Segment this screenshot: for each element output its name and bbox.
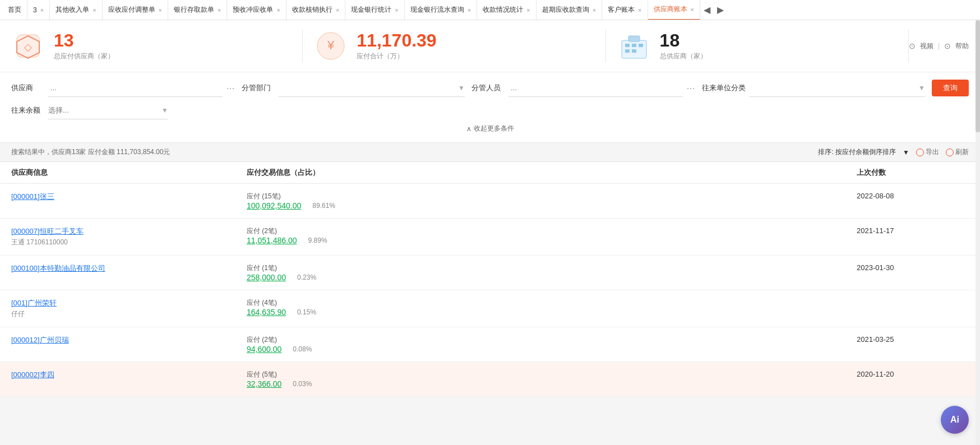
nav-tab-prepayment[interactable]: 预收冲应收单 × [227,0,286,20]
svg-rect-7 [632,44,636,47]
filter-group-dept: 分管部门 ▼ [242,79,465,97]
category-filter-input[interactable] [749,84,919,92]
table-row: [000002]李四 应付 (5笔) 32,366.00 0.03% 2020-… [0,362,980,397]
trans-row-1: 11,051,486.00 9.89% [247,236,857,245]
results-bar: 搜索结果中，供应商13家 应付金额 111,703,854.00元 排序: 按应… [0,143,980,162]
trans-label-4: 应付 (2笔) [247,335,857,345]
supplier-name-1[interactable]: [000007]恒旺二手叉车 [11,226,247,237]
balance-filter-input[interactable] [48,106,161,114]
nav-tab-cashbank-close[interactable]: × [395,7,398,13]
supplier-name-3[interactable]: [001]广州荣轩 [11,298,247,308]
trans-pct-5: 0.03% [293,380,312,388]
help-link[interactable]: 帮助 [955,41,969,51]
transaction-cell-3: 应付 (4笔) 164,635.90 0.15% [247,298,857,317]
trans-label-0: 应付 (15笔) [247,192,857,201]
svg-rect-8 [639,44,643,47]
dept-filter-dropdown[interactable]: ▼ [279,79,465,97]
trans-amount-0[interactable]: 100,092,540.00 [247,201,301,210]
sort-dropdown-arrow[interactable]: ▼ [903,149,909,156]
nav-arrow-right[interactable]: ▶ [714,4,727,15]
refresh-icon [946,149,954,156]
nav-tab-collection-close[interactable]: × [336,7,339,13]
nav-tab-customer-close[interactable]: × [638,7,641,13]
nav-tab-3-close[interactable]: × [40,7,44,13]
supplier-name-5[interactable]: [000002]李四 [11,370,247,380]
category-filter-dropdown[interactable]: ▼ [749,79,926,97]
nav-tab-overdue-label: 超期应收款查询 [542,5,589,15]
dept-filter-label: 分管部门 [242,83,275,93]
lastpay-date-0: 2022-08-08 [857,192,894,200]
supplier-name-2[interactable]: [000100]本特勤油品有限公司 [11,263,247,274]
nav-tab-collection-stat-close[interactable]: × [526,7,530,13]
nav-tab-collection-stat[interactable]: 收款情况统计 × [477,0,536,20]
nav-tab-3[interactable]: 3 × [27,0,50,20]
nav-tab-adjustment-close[interactable]: × [159,7,162,13]
lastpay-date-4: 2021-03-25 [857,335,894,344]
query-button[interactable]: 查询 [932,80,969,96]
nav-tab-3-label: 3 [33,6,37,14]
person-dots-icon[interactable]: ··· [686,82,695,94]
trans-amount-3[interactable]: 164,635.90 [247,308,286,317]
supplier-filter-input[interactable] [48,79,223,97]
nav-tab-cashbank[interactable]: 现金银行统计 × [345,0,404,20]
filter-group-balance: 往来余额 ▼ [11,101,168,119]
nav-tab-supplier-close[interactable]: × [691,6,694,13]
nav-tab-cashflow-close[interactable]: × [468,7,471,13]
trans-label-2: 应付 (1笔) [247,263,857,273]
dept-filter-input[interactable] [279,84,459,92]
export-button[interactable]: 导出 [916,147,939,157]
supplier-name-4[interactable]: [000012]广州贝瑞 [11,335,247,345]
collapse-filter-button[interactable]: ∧ 收起更多条件 [11,124,969,133]
transaction-cell-1: 应付 (2笔) 11,051,486.00 9.89% [247,226,857,245]
nav-tab-prepayment-close[interactable]: × [276,7,280,13]
summary-right-links: ⊙ 视频 | ⊙ 帮助 [909,41,969,51]
refresh-label: 刷新 [955,147,969,157]
supplier-cell-3: [001]广州荣轩 仔仔 [11,298,247,319]
lastpay-cell-0: 2022-08-08 [857,192,969,200]
balance-filter-dropdown[interactable]: ▼ [48,101,168,119]
nav-tab-other-income-close[interactable]: × [93,7,96,13]
svg-text:¥: ¥ [327,38,335,52]
nav-tab-cashflow[interactable]: 现金银行流水查询 × [405,0,477,20]
nav-arrow-left[interactable]: ◀ [700,4,714,15]
supplier-name-0[interactable]: [000001]张三 [11,192,247,202]
scroll-thumb[interactable] [976,20,980,132]
trans-info-2: 应付 (1笔) 258,000.00 0.23% [247,263,857,282]
nav-tab-cashbank-label: 现金银行统计 [351,5,391,15]
summary-item-total-suppliers: 18 总供应商（家） [606,29,909,63]
lastpay-cell-1: 2021-11-17 [857,226,969,235]
person-filter-input[interactable] [509,79,683,97]
col-header-lastpay: 上次付数 [857,168,969,178]
nav-tab-customer[interactable]: 客户账本 × [602,0,648,20]
nav-tab-supplier[interactable]: 供应商账本 × [648,0,700,20]
trans-amount-5[interactable]: 32,366.00 [247,379,281,388]
scrollbar[interactable] [976,20,980,397]
nav-tab-collection-label: 收款核销执行 [292,5,332,15]
transaction-cell-4: 应付 (2笔) 94,600.00 0.08% [247,335,857,354]
nav-tab-home[interactable]: 首页 [2,0,27,20]
results-summary-text: 搜索结果中，供应商13家 应付金额 111,703,854.00元 [11,147,170,157]
filter-area: 供应商 ··· 分管部门 ▼ 分管人员 ··· 往来单位分类 ▼ 查询 往来 [0,72,980,143]
nav-tab-supplier-label: 供应商账本 [654,4,687,14]
trans-amount-4[interactable]: 94,600.00 [247,345,281,354]
nav-tab-adjustment[interactable]: 应收应付调整单 × [103,0,168,20]
nav-tab-overdue-close[interactable]: × [593,7,596,13]
balance-filter-label: 往来余额 [11,105,45,115]
svg-text:◇: ◇ [24,41,32,53]
supplier-dots-icon[interactable]: ··· [226,82,234,94]
filter-group-person: 分管人员 ··· [471,79,695,97]
nav-tab-other-income[interactable]: 其他收入单 × [50,0,102,20]
nav-tab-overdue[interactable]: 超期应收款查询 × [537,0,602,20]
video-link[interactable]: 视频 [920,41,933,51]
table-row: [000100]本特勤油品有限公司 应付 (1笔) 258,000.00 0.2… [0,256,980,290]
trans-amount-1[interactable]: 11,051,486.00 [247,236,297,245]
nav-tab-bank[interactable]: 银行存取款单 × [168,0,227,20]
chevron-up-icon: ∧ [466,125,471,133]
export-icon [916,149,924,156]
refresh-button[interactable]: 刷新 [946,147,969,157]
nav-tab-bank-close[interactable]: × [218,7,221,13]
nav-tab-collection[interactable]: 收款核销执行 × [286,0,345,20]
trans-row-3: 164,635.90 0.15% [247,308,857,317]
supplier-cell-1: [000007]恒旺二手叉车 王通 17106110000 [11,226,247,247]
trans-amount-2[interactable]: 258,000.00 [247,273,286,282]
